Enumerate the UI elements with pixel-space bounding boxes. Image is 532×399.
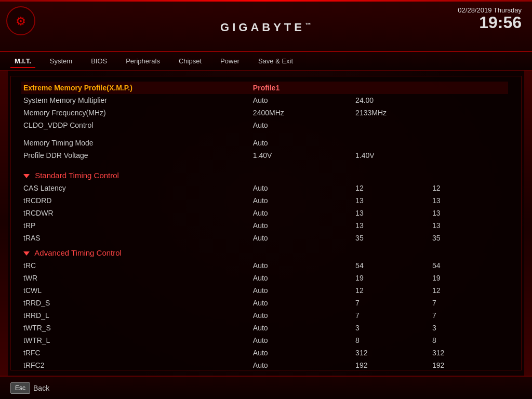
- content-scroll[interactable]: Extreme Memory Profile(X.M.P.) Profile1 …: [11, 76, 521, 370]
- logo-area: GIGABYTE™: [0, 17, 532, 34]
- gear-icon: ⚙: [6, 6, 35, 35]
- highlight-row[interactable]: Extreme Memory Profile(X.M.P.) Profile1: [21, 82, 508, 94]
- settings-row[interactable]: Memory Frequency(MHz) 2400MHz 2133MHz: [21, 107, 508, 119]
- main-content: Extreme Memory Profile(X.M.P.) Profile1 …: [10, 76, 522, 370]
- settings-row[interactable]: CLDO_VDDP Control Auto: [21, 119, 508, 131]
- bottom-bar: Esc Back: [0, 376, 532, 399]
- settings-row[interactable]: tRRD_L Auto 7 7: [21, 309, 508, 322]
- settings-row[interactable]: Memory Timing Mode Auto: [21, 137, 508, 149]
- header: ⚙ GIGABYTE™ 02/28/2019 Thursday 19:56: [0, 0, 532, 52]
- nav-mit[interactable]: M.I.T.: [5, 54, 41, 68]
- nav-power[interactable]: Power: [211, 54, 249, 68]
- settings-row[interactable]: tWR Auto 19 19: [21, 272, 508, 284]
- spacer-row: [21, 162, 508, 167]
- settings-row[interactable]: tWTR_S Auto 3 3: [21, 322, 508, 334]
- nav-chipset[interactable]: Chipset: [169, 54, 211, 68]
- section-header-row: Standard Timing Control: [21, 167, 508, 182]
- gear-icon-area: ⚙: [5, 5, 36, 36]
- settings-row[interactable]: System Memory Multiplier Auto 24.00: [21, 94, 508, 107]
- navbar: M.I.T. System BIOS Peripherals Chipset P…: [0, 52, 532, 71]
- back-label: Back: [33, 384, 49, 392]
- settings-row[interactable]: tWTR_L Auto 8 8: [21, 334, 508, 347]
- settings-row[interactable]: tRC Auto 54 54: [21, 259, 508, 272]
- nav-bios[interactable]: BIOS: [82, 54, 116, 68]
- settings-row[interactable]: tRAS Auto 35 35: [21, 232, 508, 244]
- left-decoration: [0, 71, 8, 376]
- settings-row[interactable]: Profile DDR Voltage 1.40V 1.40V: [21, 149, 508, 162]
- settings-row[interactable]: CAS Latency Auto 12 12: [21, 182, 508, 194]
- settings-row[interactable]: tRCDRD Auto 13 13: [21, 194, 508, 207]
- esc-button[interactable]: Esc: [10, 382, 30, 394]
- right-decoration: [524, 71, 532, 376]
- settings-row[interactable]: tRFC2 Auto 192 192: [21, 359, 508, 370]
- datetime-area: 02/28/2019 Thursday 19:56: [458, 6, 522, 31]
- logo-text: GIGABYTE™: [220, 21, 312, 34]
- settings-row[interactable]: tRP Auto 13 13: [21, 219, 508, 232]
- nav-peripherals[interactable]: Peripherals: [116, 54, 169, 68]
- settings-row[interactable]: tCWL Auto 12 12: [21, 284, 508, 297]
- settings-row[interactable]: tRFC Auto 312 312: [21, 347, 508, 359]
- settings-row[interactable]: tRCDWR Auto 13 13: [21, 207, 508, 219]
- datetime-time: 19:56: [479, 13, 522, 32]
- settings-row[interactable]: tRRD_S Auto 7 7: [21, 297, 508, 309]
- spacer-row: [21, 131, 508, 137]
- nav-system[interactable]: System: [41, 54, 82, 68]
- settings-table: Extreme Memory Profile(X.M.P.) Profile1 …: [21, 82, 508, 370]
- nav-save-exit[interactable]: Save & Exit: [249, 54, 302, 68]
- section-header-row: Advanced Timing Control: [21, 244, 508, 259]
